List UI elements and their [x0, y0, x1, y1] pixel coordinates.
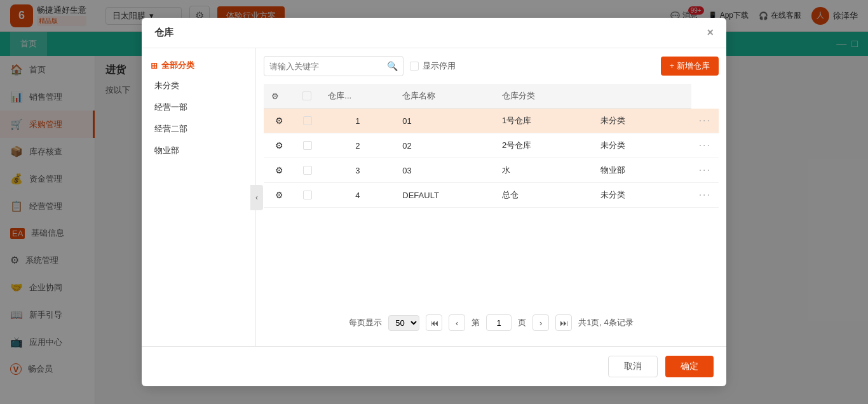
col-name-label: 仓库名称: [402, 91, 435, 100]
add-warehouse-button[interactable]: + 新增仓库: [661, 57, 719, 76]
search-icon[interactable]: 🔍: [387, 61, 398, 71]
row-code: DEFAULT: [395, 183, 494, 208]
tree-item-label: 物业部: [154, 145, 179, 155]
row-code: 03: [395, 158, 494, 183]
show-disabled-checkbox[interactable]: [410, 62, 419, 71]
tree-root-item[interactable]: ⊞ 全部分类: [142, 56, 255, 75]
col-category-label: 仓库分类: [502, 91, 535, 100]
grid-icon: ⊞: [151, 61, 158, 71]
tree-item-label: 经营二部: [154, 124, 187, 133]
pagination-bar: 每页显示 50 ⏮ ‹ 第 页 › ⏭ 共1页, 4条记录: [264, 307, 719, 339]
row-name: 水: [494, 158, 593, 183]
row-name: 1号仓库: [494, 109, 593, 133]
row-index: 1: [320, 109, 395, 133]
page-unit: 页: [518, 317, 526, 328]
last-page-btn[interactable]: ⏭: [555, 314, 572, 331]
show-disabled-label: 显示停用: [423, 60, 456, 72]
row-actions[interactable]: ···: [691, 158, 719, 183]
per-page-select[interactable]: 50: [388, 315, 419, 331]
row-checkbox-cell: [295, 109, 320, 133]
row-category: 物业部: [593, 158, 691, 183]
prev-page-btn[interactable]: ‹: [449, 314, 465, 331]
row-index: 3: [320, 158, 395, 183]
modal-body: ⊞ 全部分类 未分类 经营一部 经营二部 物业部 ‹: [142, 48, 726, 346]
gear-icon: ⚙: [271, 91, 279, 101]
select-all-checkbox[interactable]: [302, 91, 311, 100]
total-info: 共1页, 4条记录: [578, 317, 634, 328]
row-gear[interactable]: ⚙: [264, 158, 295, 183]
confirm-button[interactable]: 确定: [665, 356, 714, 377]
table-toolbar: 🔍 显示停用 + 新增仓库: [264, 56, 719, 76]
col-header-gear: ⚙: [264, 84, 295, 109]
row-checkbox[interactable]: [303, 141, 312, 150]
warehouse-modal: 仓库 × ⊞ 全部分类 未分类 经营一部 经营二部: [142, 18, 726, 386]
col-header-code: 仓库...: [320, 84, 395, 109]
tree-item-uncategorized[interactable]: 未分类: [142, 75, 255, 97]
tree-item-label: 未分类: [154, 81, 179, 90]
next-page-btn[interactable]: ›: [532, 314, 549, 331]
row-checkbox[interactable]: [303, 191, 312, 199]
row-category: 未分类: [593, 133, 691, 158]
col-header-actions: [593, 84, 691, 109]
table-row[interactable]: ⚙ 4 DEFAULT 总仓 未分类 ···: [264, 183, 719, 208]
search-input[interactable]: [269, 62, 387, 71]
row-checkbox-cell: [295, 158, 320, 183]
row-checkbox-cell: [295, 133, 320, 158]
modal-close-button[interactable]: ×: [707, 26, 714, 39]
modal-overlay: 仓库 × ⊞ 全部分类 未分类 经营一部 经营二部: [0, 0, 868, 404]
per-page-label: 每页显示: [349, 317, 382, 328]
table-row[interactable]: ⚙ 2 02 2号仓库 未分类 ···: [264, 133, 719, 158]
table-panel: 🔍 显示停用 + 新增仓库 ⚙: [256, 48, 726, 346]
row-checkbox[interactable]: [303, 116, 312, 125]
modal-header: 仓库 ×: [142, 18, 726, 48]
col-header-name: 仓库名称: [395, 84, 494, 109]
tree-item-property[interactable]: 物业部: [142, 140, 255, 161]
page-input[interactable]: [486, 314, 512, 331]
row-category: 未分类: [593, 109, 691, 133]
table-row[interactable]: ⚙ 1 01 1号仓库 未分类 ···: [264, 109, 719, 133]
row-checkbox-cell: [295, 183, 320, 208]
tree-item-label: 经营一部: [154, 102, 187, 112]
row-gear[interactable]: ⚙: [264, 133, 295, 158]
cancel-button[interactable]: 取消: [608, 356, 658, 377]
row-gear[interactable]: ⚙: [264, 109, 295, 133]
col-header-check: [295, 84, 320, 109]
col-code-label: 仓库...: [328, 91, 351, 100]
row-name: 2号仓库: [494, 133, 593, 158]
search-input-wrap: 🔍: [264, 56, 403, 76]
row-category: 未分类: [593, 183, 691, 208]
show-disabled-wrap: 显示停用: [410, 60, 456, 72]
modal-footer: 取消 确定: [142, 346, 726, 386]
row-index: 2: [320, 133, 395, 158]
page-label: 第: [471, 317, 480, 328]
chevron-left-icon: ‹: [255, 193, 258, 202]
row-code: 01: [395, 109, 494, 133]
modal-title: 仓库: [154, 27, 173, 39]
tree-item-dept2[interactable]: 经营二部: [142, 118, 255, 140]
row-gear[interactable]: ⚙: [264, 183, 295, 208]
table-row[interactable]: ⚙ 3 03 水 物业部 ···: [264, 158, 719, 183]
tree-collapse-btn[interactable]: ‹: [250, 185, 263, 210]
row-name: 总仓: [494, 183, 593, 208]
row-actions[interactable]: ···: [691, 109, 719, 133]
tree-panel: ⊞ 全部分类 未分类 经营一部 经营二部 物业部 ‹: [142, 48, 256, 346]
row-actions[interactable]: ···: [691, 133, 719, 158]
tree-item-dept1[interactable]: 经营一部: [142, 97, 255, 118]
tree-root-label: 全部分类: [161, 60, 194, 71]
row-code: 02: [395, 133, 494, 158]
row-index: 4: [320, 183, 395, 208]
first-page-btn[interactable]: ⏮: [426, 314, 442, 331]
row-actions[interactable]: ···: [691, 183, 719, 208]
row-checkbox[interactable]: [303, 166, 312, 175]
col-header-category: 仓库分类: [494, 84, 593, 109]
warehouse-table: ⚙ 仓库... 仓库名称 仓库: [264, 84, 719, 208]
